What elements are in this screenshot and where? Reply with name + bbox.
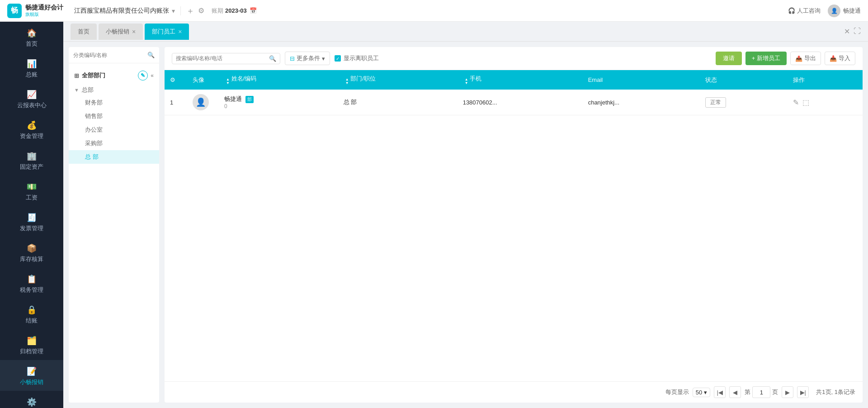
company-name[interactable]: 江西服宝精品有限责任公司内账张 ▾ — [74, 7, 175, 15]
employee-dept-badge: 部 — [245, 96, 254, 103]
cell-email: chanjethkj... — [583, 90, 700, 115]
sidebar-item-closing[interactable]: 🔒 结账 — [0, 299, 63, 329]
tab-close-all-icon[interactable]: ✕ — [844, 27, 850, 36]
col-dept-position[interactable]: ▲▼ 部门/职位 — [338, 70, 458, 90]
main-layout: 🏠 首页 📊 总账 📈 云报表中心 💰 资金管理 🏢 固定资产 💵 工资 🧾 发… — [0, 22, 868, 408]
edit-employee-icon[interactable]: ✎ — [793, 98, 799, 107]
dept-search-input[interactable] — [73, 52, 145, 58]
add-company-button[interactable]: ＋ — [186, 5, 194, 16]
total-info: 共1页, 1条记录 — [816, 388, 855, 396]
sidebar-item-invoice[interactable]: 🧾 发票管理 — [0, 206, 63, 237]
tab-dept-close[interactable]: × — [178, 28, 182, 35]
add-employee-button[interactable]: + 新增员工 — [745, 52, 787, 65]
sidebar-item-funds[interactable]: 💰 资金管理 — [0, 114, 63, 145]
export-button[interactable]: 📤 导出 — [790, 52, 821, 65]
import-label: 导入 — [839, 54, 850, 62]
dept-child-general[interactable]: 总 部 — [69, 150, 159, 164]
sidebar-item-salary[interactable]: 💵 工资 — [0, 176, 63, 206]
content-area: 首页 小畅报销 × 部门员工 × ✕ ⛶ 🔍 — [63, 22, 868, 408]
page-info: 第 页 — [745, 386, 778, 398]
tab-expense-close[interactable]: × — [132, 28, 136, 35]
col-status: 状态 — [700, 70, 788, 90]
toolbar-right: 邀请 + 新增员工 📤 导出 📥 导入 — [716, 52, 855, 65]
sidebar-item-settings[interactable]: ⚙️ 基础设置 — [0, 391, 63, 408]
show-resigned-checkbox[interactable] — [335, 55, 341, 62]
header-settings-icon[interactable]: ⚙ — [198, 6, 204, 15]
page-label: 第 — [745, 388, 750, 396]
invite-button[interactable]: 邀请 — [716, 52, 742, 65]
col-name-code[interactable]: ▲▼ 姓名/编码 — [219, 70, 338, 90]
col-email: Email — [583, 70, 700, 90]
home-icon: 🏠 — [27, 28, 37, 38]
expense-icon: 📝 — [27, 366, 37, 376]
sidebar-item-tax[interactable]: 📋 税务管理 — [0, 268, 63, 299]
dept-parent-headquarters[interactable]: ▼ 总部 — [69, 84, 159, 96]
cell-name-code: 畅捷通 部 0 — [219, 90, 338, 115]
page-content: 🔍 ⊞ 全部部门 ✎ « ▼ 总部 财务部 销售部 — [63, 42, 868, 408]
app-logo-icon: 畅 — [7, 4, 22, 18]
dept-child-purchase[interactable]: 采购部 — [69, 137, 159, 150]
cell-avatar: 👤 — [187, 90, 219, 115]
sidebar-item-assets[interactable]: 🏢 固定资产 — [0, 145, 63, 176]
user-area[interactable]: 👤 畅捷通 — [828, 5, 861, 17]
closing-icon: 🔒 — [27, 305, 37, 315]
tab-dept-label: 部门员工 — [152, 28, 175, 36]
user-avatar: 👤 — [828, 5, 840, 17]
col-avatar: 头像 — [187, 70, 219, 90]
tab-home[interactable]: 首页 — [71, 24, 97, 40]
col-settings[interactable]: ⚙ — [165, 70, 187, 90]
filter-button[interactable]: ⊟ 更多条件 ▾ — [285, 52, 330, 65]
ledger-icon: 📊 — [27, 59, 37, 69]
dept-edit-icon[interactable]: ✎ — [138, 71, 148, 81]
per-page-label: 每页显示 — [665, 388, 689, 396]
employee-code: 0 — [224, 103, 333, 109]
employee-search-icon[interactable]: 🔍 — [269, 55, 276, 62]
table-row: 1 👤 畅捷通 部 0 — [165, 90, 863, 115]
last-page-button[interactable]: ▶| — [797, 386, 809, 398]
calendar-icon[interactable]: 📅 — [250, 7, 257, 14]
cell-phone: 138070602... — [458, 90, 583, 115]
sidebar-item-expense[interactable]: 📝 小畅报销 — [0, 360, 63, 391]
show-resigned-label: 显示离职员工 — [344, 54, 379, 62]
sidebar-item-ledger[interactable]: 📊 总账 — [0, 52, 63, 83]
salary-icon: 💵 — [27, 182, 37, 192]
period-value: 2023-03 — [225, 7, 247, 14]
company-dropdown-arrow[interactable]: ▾ — [172, 7, 175, 14]
sort-icon-name: ▲▼ — [226, 78, 230, 85]
header-right: 🎧 人工咨询 👤 畅捷通 — [788, 5, 861, 17]
dept-tree: ⊞ 全部部门 ✎ « ▼ 总部 财务部 销售部 办公室 采购部 总 部 — [69, 63, 159, 403]
dept-collapse-icon[interactable]: « — [151, 72, 154, 79]
consultant-button[interactable]: 🎧 人工咨询 — [788, 7, 821, 15]
page-suffix: 页 — [772, 388, 778, 396]
grid-icon: ⊞ — [74, 72, 79, 79]
employee-search-input[interactable] — [176, 55, 266, 62]
next-page-button[interactable]: ▶ — [782, 386, 793, 398]
sidebar-item-home[interactable]: 🏠 首页 — [0, 22, 63, 52]
filter-dropdown-icon: ▾ — [322, 55, 325, 62]
tab-bar-actions: ✕ ⛶ — [844, 27, 861, 36]
dept-child-office[interactable]: 办公室 — [69, 123, 159, 137]
logout-employee-icon[interactable]: ⬚ — [802, 98, 809, 107]
page-input[interactable] — [752, 386, 770, 398]
sidebar-item-reports[interactable]: 📈 云报表中心 — [0, 83, 63, 114]
consultant-label: 人工咨询 — [797, 7, 821, 15]
app-name: 畅捷通好会计 — [25, 4, 63, 11]
dept-child-finance[interactable]: 财务部 — [69, 96, 159, 109]
funds-icon: 💰 — [27, 120, 37, 130]
first-page-button[interactable]: |◀ — [714, 386, 726, 398]
import-button[interactable]: 📥 导入 — [825, 52, 855, 65]
dept-all-item[interactable]: ⊞ 全部部门 ✎ « — [69, 67, 159, 84]
col-phone[interactable]: ▲▼ 手机 — [458, 70, 583, 90]
sidebar-item-archive[interactable]: 🗂️ 归档管理 — [0, 329, 63, 360]
prev-page-button[interactable]: ◀ — [729, 386, 741, 398]
sidebar-item-inventory[interactable]: 📦 库存核算 — [0, 237, 63, 268]
archive-icon: 🗂️ — [27, 336, 37, 346]
tab-expand-icon[interactable]: ⛶ — [854, 27, 861, 36]
show-resigned-toggle[interactable]: 显示离职员工 — [335, 54, 379, 62]
per-page-select[interactable]: 50 ▾ — [693, 388, 710, 397]
tab-dept-employee[interactable]: 部门员工 × — [145, 24, 189, 40]
logo-area: 畅 畅捷通好会计 旗舰版 — [7, 4, 71, 18]
dept-child-sales[interactable]: 销售部 — [69, 109, 159, 123]
dept-search-icon[interactable]: 🔍 — [147, 52, 155, 58]
tab-expense[interactable]: 小畅报销 × — [99, 24, 143, 40]
